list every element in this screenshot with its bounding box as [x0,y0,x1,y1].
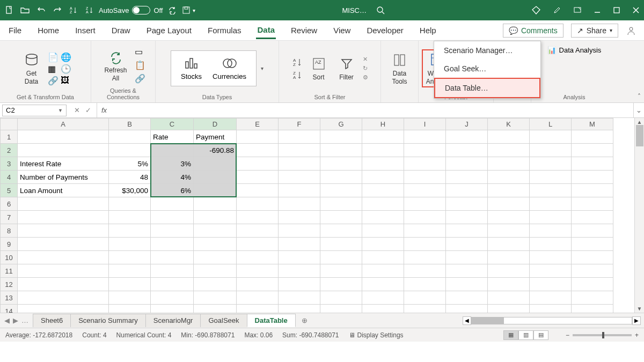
tab-help[interactable]: Help [419,23,437,38]
undo-icon[interactable] [36,5,46,15]
row-header[interactable]: 4 [1,171,18,184]
row-header[interactable]: 10 [1,251,18,264]
display-settings-button[interactable]: 🖥Display Settings [349,331,404,339]
col-header[interactable]: A [18,119,109,130]
get-data-button[interactable]: Get Data [20,50,43,86]
minimize-icon[interactable] [594,6,601,14]
sheet-tab[interactable]: Sheet6 [33,314,71,327]
scroll-up-icon[interactable]: ▲ [637,119,642,125]
row-header[interactable]: 3 [1,157,18,171]
formula-input[interactable] [111,103,633,117]
sort-button[interactable]: AZ Sort [307,54,331,82]
col-header[interactable]: C [151,119,194,130]
from-table-icon[interactable]: ▦ [48,64,57,73]
horizontal-scrollbar[interactable] [471,317,632,324]
tab-review[interactable]: Review [290,23,318,38]
ribbon-display-icon[interactable] [573,6,582,14]
sheet-tab-active[interactable]: DataTable [247,314,296,327]
page-layout-view-icon[interactable]: ▥ [518,330,533,340]
reapply-icon[interactable]: ↻ [363,65,368,72]
col-header[interactable]: E [237,119,279,130]
scroll-down-icon[interactable]: ▼ [637,306,642,312]
brush-icon[interactable] [553,6,561,14]
sort-asc-icon[interactable]: AZ [69,5,78,15]
data-types-gallery[interactable]: Stocks Currencies [171,50,257,86]
col-header[interactable]: D [194,119,237,130]
col-header[interactable]: L [530,119,572,130]
cancel-icon[interactable]: ✕ [74,106,80,114]
scroll-thumb[interactable] [636,125,643,146]
from-text-icon[interactable]: 📄 [48,52,57,62]
row-header[interactable]: 11 [1,264,18,278]
collapse-ribbon-icon[interactable]: ˄ [638,93,641,100]
new-file-icon[interactable] [4,5,14,15]
sheet-tab[interactable]: Scenario Summary [70,314,146,327]
col-header[interactable]: I [404,119,446,130]
redo-icon[interactable] [53,5,62,15]
open-file-icon[interactable] [20,5,30,15]
name-box[interactable]: C2▼ [2,105,67,116]
recent-sources-icon[interactable]: 🕒 [61,64,70,73]
row-header[interactable]: 12 [1,278,18,291]
row-header[interactable]: 7 [1,211,18,224]
row-header[interactable]: 6 [1,197,18,211]
tab-home[interactable]: Home [36,23,60,38]
hscroll-right-icon[interactable]: ▶ [632,316,641,325]
col-header[interactable]: K [488,119,530,130]
currencies-item[interactable]: Currencies [213,56,246,80]
search-icon[interactable] [376,6,385,14]
maximize-icon[interactable] [613,6,620,14]
data-tools-button[interactable]: Data Tools [388,50,412,86]
tab-data[interactable]: Data [256,22,276,39]
zoom-out-icon[interactable]: − [566,331,569,339]
row-header[interactable]: 9 [1,238,18,251]
from-pic-icon[interactable]: 🖼 [61,76,70,85]
hscroll-left-icon[interactable]: ◀ [463,316,471,325]
data-analysis-button[interactable]: 📊 Data Analysis [547,46,602,54]
zoom-in-icon[interactable]: + [635,331,639,339]
sort-az-icon[interactable]: AZ [292,57,303,68]
col-header[interactable]: M [572,119,613,130]
row-header[interactable]: 2 [1,144,18,157]
scenario-manager-item[interactable]: Scenario Manager… [434,41,540,60]
filter-button[interactable]: Filter [335,54,358,82]
select-all-corner[interactable] [1,119,18,130]
tab-developer[interactable]: Developer [365,23,404,38]
page-break-view-icon[interactable]: ▤ [533,330,548,340]
tab-formulas[interactable]: Formulas [207,23,243,38]
data-types-overflow-icon[interactable]: ▾ [261,65,264,71]
account-icon[interactable] [626,25,636,36]
close-icon[interactable] [632,6,640,14]
sync-icon[interactable] [168,6,177,14]
col-header[interactable]: G [320,119,362,130]
existing-conn-icon[interactable]: 🔗 [48,76,57,85]
col-header[interactable]: F [279,119,320,130]
tab-pagelayout[interactable]: Page Layout [145,23,193,38]
properties-icon[interactable]: 📋 [135,60,145,70]
tab-nav-prev-icon[interactable]: ◀ [4,316,10,324]
fx-icon[interactable]: fx [97,106,111,114]
spreadsheet-grid[interactable]: A B C D E F G H I J K L M 1RatePayment 2… [0,118,613,313]
diamond-icon[interactable] [531,5,541,15]
autosave-toggle[interactable]: AutoSave Off [99,6,163,14]
zoom-control[interactable]: − + [566,331,639,339]
sort-za-icon[interactable]: ZA [292,70,303,80]
sort-desc-icon[interactable]: ZA [85,5,94,15]
tab-draw[interactable]: Draw [111,23,131,38]
clear-filter-icon[interactable]: ✕ [363,56,368,63]
row-header[interactable]: 14 [1,305,18,313]
expand-formula-icon[interactable]: ⌄ [633,103,644,117]
edit-links-icon[interactable]: 🔗 [135,73,145,84]
tab-view[interactable]: View [332,23,352,38]
goal-seek-item[interactable]: Goal Seek… [434,60,540,78]
normal-view-icon[interactable]: ▦ [503,330,518,340]
tab-insert[interactable]: Insert [74,23,97,38]
col-header[interactable]: H [362,119,404,130]
save-icon[interactable] [182,6,191,14]
from-web-icon[interactable]: 🌐 [61,52,70,62]
row-header[interactable]: 8 [1,224,18,238]
advanced-icon[interactable]: ⚙ [363,74,368,81]
queries-icon[interactable]: ▭ [135,47,145,57]
row-header[interactable]: 1 [1,130,18,144]
vertical-scrollbar[interactable]: ▲ ▼ [634,118,644,313]
